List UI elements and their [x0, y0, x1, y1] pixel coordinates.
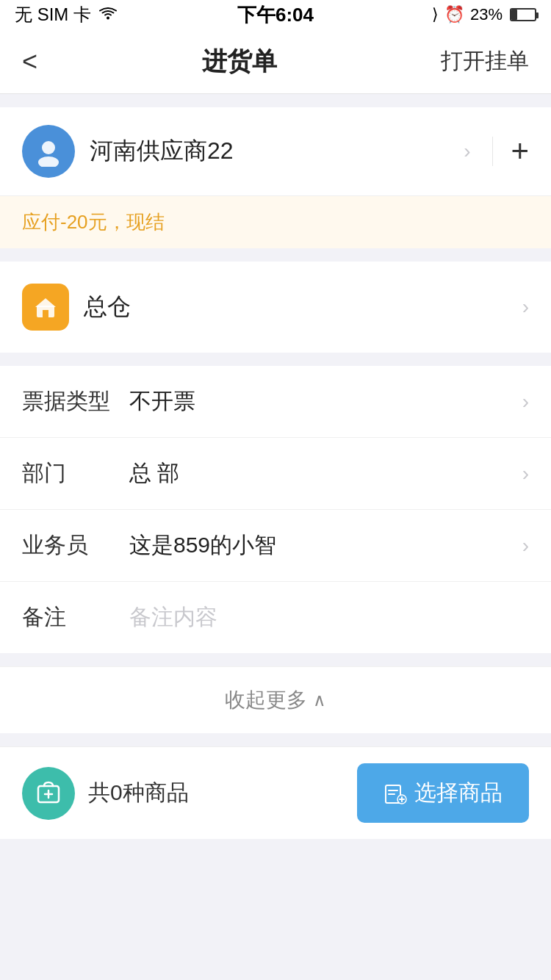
warehouse-chevron-icon: ›: [522, 295, 529, 319]
warehouse-label: 总仓: [84, 291, 522, 323]
invoice-type-label: 票据类型: [22, 386, 118, 417]
remark-label: 备注: [22, 602, 118, 633]
status-bar: 无 SIM 卡 下午6:04 ⟩ ⏰ 23%: [0, 0, 551, 29]
supplier-divider: [492, 137, 493, 166]
wifi-icon: [97, 4, 119, 25]
nav-bar: < 进货单 打开挂单: [0, 29, 551, 94]
department-label: 部门: [22, 458, 118, 489]
department-row[interactable]: 部门 总 部 ›: [0, 438, 551, 510]
product-count-label: 共0种商品: [88, 778, 357, 808]
collapse-row[interactable]: 收起更多 ∧: [0, 666, 551, 733]
notice-row: 应付-20元，现结: [0, 196, 551, 248]
open-pending-button[interactable]: 打开挂单: [441, 46, 529, 76]
battery-label: 23%: [470, 5, 503, 24]
svg-marker-4: [35, 298, 56, 307]
separator-1: [0, 94, 551, 107]
status-left: 无 SIM 卡: [15, 3, 119, 26]
add-button[interactable]: +: [511, 134, 529, 169]
salesperson-label: 业务员: [22, 530, 118, 561]
form-card: 票据类型 不开票 › 部门 总 部 › 业务员 这是859的小智 › 备注 备注…: [0, 366, 551, 653]
department-value: 总 部: [129, 458, 522, 489]
page-title: 进货单: [202, 45, 277, 79]
time-label: 下午6:04: [237, 2, 314, 28]
select-product-button[interactable]: 选择商品: [357, 763, 529, 823]
salesperson-value: 这是859的小智: [129, 530, 522, 561]
alarm-icon: ⏰: [444, 5, 464, 24]
collapse-label: 收起更多: [225, 686, 307, 714]
supplier-row[interactable]: 河南供应商22 › +: [0, 107, 551, 196]
svg-point-1: [42, 141, 55, 154]
status-right: ⟩ ⏰ 23%: [432, 5, 536, 24]
supplier-chevron-icon: ›: [464, 140, 470, 163]
svg-point-0: [107, 17, 109, 20]
product-icon-wrap: [22, 767, 75, 820]
department-chevron-icon: ›: [522, 462, 529, 486]
remark-row[interactable]: 备注 备注内容: [0, 582, 551, 653]
battery-icon: [510, 8, 536, 21]
invoice-type-value: 不开票: [129, 386, 522, 417]
salesperson-row[interactable]: 业务员 这是859的小智 ›: [0, 510, 551, 582]
svg-point-2: [38, 156, 59, 167]
salesperson-chevron-icon: ›: [522, 534, 529, 558]
supplier-avatar: [22, 125, 75, 178]
location-icon: ⟩: [432, 5, 439, 24]
carrier-label: 无 SIM 卡: [15, 3, 91, 26]
notice-text: 应付-20元，现结: [22, 211, 165, 233]
warehouse-card: 总仓 ›: [0, 262, 551, 353]
collapse-chevron-icon: ∧: [313, 690, 326, 710]
remark-value[interactable]: 备注内容: [129, 602, 529, 633]
supplier-card: 河南供应商22 › + 应付-20元，现结: [0, 107, 551, 248]
invoice-type-chevron-icon: ›: [522, 390, 529, 414]
warehouse-icon-wrap: [22, 284, 69, 331]
warehouse-row[interactable]: 总仓 ›: [0, 262, 551, 353]
invoice-type-row[interactable]: 票据类型 不开票 ›: [0, 366, 551, 438]
product-bar: 共0种商品 选择商品: [0, 746, 551, 839]
content-area: 河南供应商22 › + 应付-20元，现结 总仓 › 票据类型: [0, 94, 551, 839]
supplier-name: 河南供应商22: [90, 135, 464, 167]
select-product-label: 选择商品: [414, 778, 503, 808]
svg-rect-5: [43, 310, 48, 317]
back-button[interactable]: <: [22, 46, 37, 77]
